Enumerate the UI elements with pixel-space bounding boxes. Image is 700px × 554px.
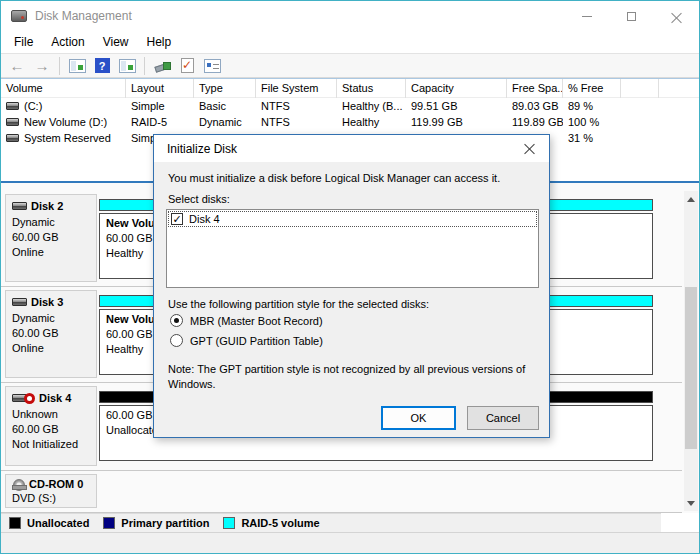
- column-header-capacity[interactable]: Capacity: [406, 79, 507, 98]
- vertical-scrollbar[interactable]: [684, 191, 698, 511]
- legend-unallocated: Unallocated: [9, 517, 89, 529]
- task-check-icon: ✓: [181, 58, 194, 73]
- column-header-type[interactable]: Type: [194, 79, 256, 98]
- scrollbar-thumb[interactable]: [685, 287, 697, 449]
- console-tree-icon: [69, 59, 86, 73]
- disk-size: 60.00 GB: [12, 326, 96, 341]
- volume-status: Healthy (B...: [337, 98, 406, 114]
- disk4-label-panel[interactable]: Disk 4 Unknown 60.00 GB Not Initialized: [5, 386, 97, 466]
- column-header-status[interactable]: Status: [337, 79, 406, 98]
- raid5-swatch: [223, 517, 235, 529]
- volume-free: 89.03 GB: [507, 98, 563, 114]
- forward-icon: →: [35, 58, 50, 73]
- toolbar-separator: [144, 57, 145, 75]
- column-header-pctfree[interactable]: % Free: [563, 79, 621, 98]
- window-title: Disk Management: [35, 9, 132, 23]
- close-button[interactable]: [654, 1, 699, 31]
- rescan-button[interactable]: [151, 56, 173, 76]
- minimize-button[interactable]: [564, 1, 609, 31]
- scroll-up-button[interactable]: [684, 191, 698, 207]
- console-tree-button[interactable]: [66, 56, 88, 76]
- volume-drive-icon: [6, 118, 19, 126]
- disk-select-listbox[interactable]: ✓ Disk 4: [166, 209, 539, 288]
- legend-label: Primary partition: [121, 517, 209, 529]
- ok-button[interactable]: OK: [381, 406, 456, 430]
- mbr-radio-row[interactable]: MBR (Master Boot Record): [170, 314, 323, 327]
- volume-capacity: 119.99 GB: [406, 114, 507, 130]
- action-pane-button[interactable]: [116, 56, 138, 76]
- details-button[interactable]: [201, 56, 223, 76]
- maximize-button[interactable]: [609, 1, 654, 31]
- help-button[interactable]: ?: [91, 56, 113, 76]
- menu-view[interactable]: View: [94, 32, 138, 52]
- menu-bar: File Action View Help: [1, 31, 699, 53]
- volume-capacity: 99.51 GB: [406, 98, 507, 114]
- title-bar: Disk Management: [1, 1, 699, 31]
- legend-label: RAID-5 volume: [241, 517, 319, 529]
- volume-list-header: Volume Layout Type File System Status Ca…: [1, 79, 699, 98]
- volume-fs: NTFS: [256, 114, 337, 130]
- disk-status: Not Initialized: [12, 437, 96, 452]
- disk3-label-panel[interactable]: Disk 3 Dynamic 60.00 GB Online: [5, 290, 97, 378]
- menu-file[interactable]: File: [5, 32, 42, 52]
- mbr-radio-button[interactable]: [170, 314, 183, 327]
- disk-status: Online: [12, 245, 96, 260]
- dialog-title: Initialize Disk: [167, 142, 237, 156]
- cdrom-row: CD-ROM 0 DVD (S:): [1, 471, 682, 513]
- disk-name: Disk 2: [31, 200, 63, 212]
- volume-pctfree: 31 %: [563, 130, 621, 146]
- menu-action[interactable]: Action: [42, 32, 93, 52]
- legend-primary-partition: Primary partition: [103, 517, 209, 529]
- cancel-button[interactable]: Cancel: [467, 406, 539, 430]
- mbr-radio-label: MBR (Master Boot Record): [190, 315, 323, 327]
- disk-size: 60.00 GB: [12, 422, 96, 437]
- disk-size: 60.00 GB: [12, 230, 96, 245]
- column-header-volume[interactable]: Volume: [1, 79, 126, 98]
- cdrom-name: CD-ROM 0: [29, 478, 83, 490]
- menu-help[interactable]: Help: [138, 32, 181, 52]
- volume-drive-icon: [6, 134, 19, 142]
- initialize-disk-dialog: Initialize Disk You must initialize a di…: [153, 134, 550, 438]
- action-pane-icon: [119, 59, 136, 73]
- window-controls: [564, 1, 699, 31]
- legend-bar: Unallocated Primary partition RAID-5 vol…: [1, 513, 661, 532]
- close-icon: [524, 143, 535, 154]
- task-check-button[interactable]: ✓: [176, 56, 198, 76]
- column-header-layout[interactable]: Layout: [126, 79, 194, 98]
- unallocated-swatch: [9, 517, 21, 529]
- volume-row-d[interactable]: New Volume (D:) RAID-5 Dynamic NTFS Heal…: [1, 114, 699, 130]
- column-header-blank: [621, 79, 659, 98]
- volume-name: New Volume (D:): [24, 116, 107, 128]
- volume-pctfree: 89 %: [563, 98, 621, 114]
- volume-name: (C:): [24, 100, 42, 112]
- back-button[interactable]: ←: [6, 56, 28, 76]
- back-icon: ←: [10, 58, 25, 73]
- forward-button[interactable]: →: [31, 56, 53, 76]
- disk2-label-panel[interactable]: Disk 2 Dynamic 60.00 GB Online: [5, 194, 97, 282]
- cdrom-label-panel[interactable]: CD-ROM 0 DVD (S:): [5, 474, 97, 508]
- column-header-filesystem[interactable]: File System: [256, 79, 337, 98]
- disk-status: Online: [12, 341, 96, 356]
- cdrom-drive-letter: DVD (S:): [12, 491, 96, 506]
- dialog-close-button[interactable]: [509, 135, 549, 162]
- primary-partition-swatch: [103, 517, 115, 529]
- scroll-down-button[interactable]: [684, 495, 698, 511]
- disk4-checkbox[interactable]: ✓: [171, 213, 183, 225]
- disk4-list-item[interactable]: ✓ Disk 4: [168, 211, 537, 227]
- cdrom-icon: [12, 479, 25, 490]
- disk-name: Disk 4: [39, 392, 71, 404]
- volume-fs: NTFS: [256, 98, 337, 114]
- disk-type: Dynamic: [12, 311, 96, 326]
- gpt-radio-button[interactable]: [170, 334, 183, 347]
- column-header-freespace[interactable]: Free Spa...: [507, 79, 563, 98]
- toolbar: ← → ? ✓: [1, 53, 699, 78]
- disk-drive-icon: [12, 298, 27, 306]
- dialog-message: You must initialize a disk before Logica…: [168, 172, 543, 184]
- volume-row-c[interactable]: (C:) Simple Basic NTFS Healthy (B... 99.…: [1, 98, 699, 114]
- disk-management-window: Disk Management File Action View Help ← …: [0, 0, 700, 554]
- status-bar: [1, 532, 699, 553]
- volume-type: Basic: [194, 98, 256, 114]
- select-disks-label: Select disks:: [168, 193, 230, 205]
- gpt-radio-row[interactable]: GPT (GUID Partition Table): [170, 334, 323, 347]
- scroll-down-icon: [687, 501, 695, 506]
